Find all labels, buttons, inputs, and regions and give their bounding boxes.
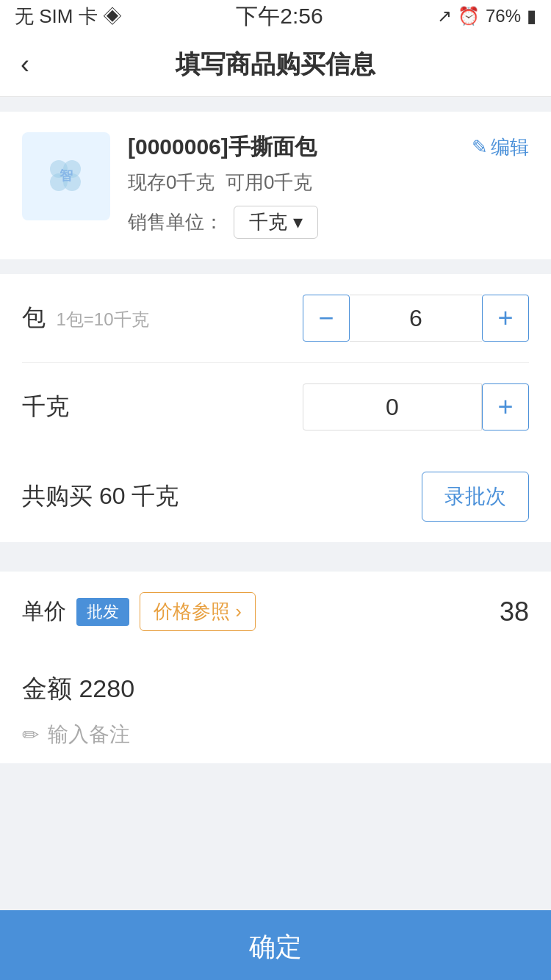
product-card: 智 [0000006]手撕面包 ✎ 编辑 现存0千克 可用0千克 销售单位： 千… xyxy=(0,112,551,259)
divider-2 xyxy=(0,542,551,557)
batch-button[interactable]: 录批次 xyxy=(422,472,529,522)
note-placeholder: 输入备注 xyxy=(48,721,130,749)
price-label: 单价 xyxy=(22,597,66,627)
qianke-plus-button[interactable]: + xyxy=(482,383,529,430)
bottom-spacer xyxy=(0,763,551,910)
back-button[interactable]: ‹ xyxy=(21,49,29,80)
status-right: ↗ ⏰ 76% ▮ xyxy=(437,6,536,26)
qianke-quantity-control: + xyxy=(303,383,529,430)
bao-input[interactable] xyxy=(350,295,482,342)
divider-1 xyxy=(0,259,551,274)
price-tag: 批发 xyxy=(76,598,129,626)
price-section: 单价 批发 价格参照 › 38 xyxy=(0,572,551,652)
chevron-down-icon: ▾ xyxy=(293,211,303,234)
pencil-icon: ✏ xyxy=(22,723,39,747)
unit-selector[interactable]: 千克 ▾ xyxy=(234,206,318,239)
qianke-input[interactable] xyxy=(303,383,482,430)
bao-quantity-control: − + xyxy=(303,295,529,342)
status-left: 无 SIM 卡 ◈ xyxy=(15,4,122,29)
status-bar: 无 SIM 卡 ◈ 下午2:56 ↗ ⏰ 76% ▮ xyxy=(0,0,551,32)
bao-minus-button[interactable]: − xyxy=(303,295,350,342)
confirm-button[interactable]: 确定 xyxy=(0,910,551,980)
price-value: 38 xyxy=(500,597,529,627)
product-name: [0000006]手撕面包 xyxy=(128,132,317,162)
qianke-label: 千克 xyxy=(22,391,69,423)
edit-icon: ✎ xyxy=(472,136,488,159)
total-text: 共购买 60 千克 xyxy=(22,480,179,513)
bao-plus-button[interactable]: + xyxy=(482,295,529,342)
price-ref-button[interactable]: 价格参照 › xyxy=(140,592,256,631)
nav-bar: ‹ 填写商品购买信息 xyxy=(0,32,551,97)
product-stock: 现存0千克 可用0千克 xyxy=(128,170,529,195)
input-section: 包 1包=10千克 − + 千克 + xyxy=(0,274,551,451)
price-left: 单价 批发 价格参照 › xyxy=(22,592,256,631)
amount-row: 金额 2280 xyxy=(0,652,551,706)
qianke-row: 千克 + xyxy=(22,363,529,451)
page-title: 填写商品购买信息 xyxy=(176,48,375,82)
alarm-icon: ⏰ xyxy=(458,6,480,26)
status-time: 下午2:56 xyxy=(236,1,323,32)
product-image: 智 xyxy=(22,132,110,220)
bao-row: 包 1包=10千克 − + xyxy=(22,274,529,363)
product-unit: 销售单位： 千克 ▾ xyxy=(128,206,529,239)
edit-button[interactable]: ✎ 编辑 xyxy=(472,134,529,160)
bao-label: 包 1包=10千克 xyxy=(22,302,149,334)
svg-text:智: 智 xyxy=(59,168,73,183)
battery-text: 76% xyxy=(486,6,521,26)
product-info: [0000006]手撕面包 ✎ 编辑 现存0千克 可用0千克 销售单位： 千克 … xyxy=(128,132,529,239)
battery-icon: ▮ xyxy=(527,6,536,26)
location-icon: ↗ xyxy=(437,6,452,26)
total-row: 共购买 60 千克 录批次 xyxy=(0,451,551,542)
amount-section: 金额 2280 ✏ 输入备注 xyxy=(0,652,551,763)
amount-text: 金额 2280 xyxy=(22,674,134,702)
note-row[interactable]: ✏ 输入备注 xyxy=(0,706,551,763)
price-row: 单价 批发 价格参照 › 38 xyxy=(22,592,529,631)
